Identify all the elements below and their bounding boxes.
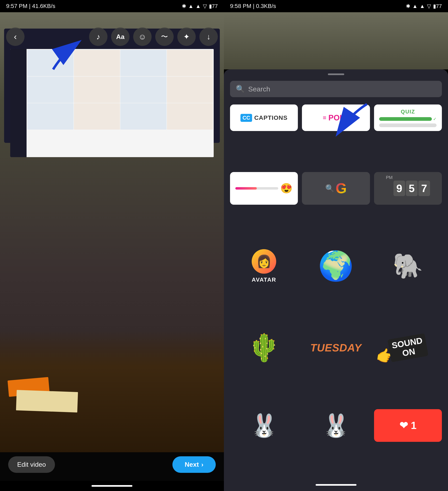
- screen-card: [27, 76, 74, 103]
- screen-card: [74, 76, 120, 103]
- screen-content: [10, 49, 214, 157]
- sticker-grid: CC CAPTIONS ≡ POLL QUIZ ✓: [230, 104, 442, 479]
- sparkle-button[interactable]: ✦: [177, 28, 196, 46]
- screen-card: [167, 50, 213, 76]
- time-right: 9:58 PM | 0.3KB/s: [230, 3, 276, 9]
- back-button[interactable]: ‹: [6, 28, 25, 46]
- sticker-icon: ☺: [138, 32, 146, 41]
- clock-digit-1: 9: [393, 181, 405, 196]
- screen-sidebar: [10, 49, 27, 157]
- top-toolbar: ‹ ♪ Aa ☺ 〜 ✦ ↓: [0, 27, 224, 47]
- download-icon: ↓: [207, 32, 211, 41]
- right-video-preview: [224, 12, 448, 69]
- avatar-emoji: 👩: [256, 254, 272, 269]
- bunny-purple-emoji: 🐰: [322, 412, 350, 439]
- music-button[interactable]: ♪: [89, 28, 107, 46]
- sticker-avatar[interactable]: 👩 AVATAR: [230, 246, 298, 286]
- sheet-handle[interactable]: [328, 74, 344, 75]
- desk-scene: [0, 12, 224, 452]
- monster-emoji: 🌵: [247, 332, 281, 363]
- clock-digit-2: 5: [406, 181, 418, 196]
- brush-button[interactable]: 〜: [155, 28, 174, 46]
- bluetooth-icon-r: ✱: [406, 3, 410, 9]
- screen-card: [120, 103, 166, 130]
- sticker-elephant[interactable]: 🐘: [374, 246, 442, 286]
- status-bar-left: 9:57 PM | 41.6KB/s ✱ ▲ ▲ ▽ ▮77: [0, 0, 224, 12]
- signal-icon-r2: ▲: [420, 3, 425, 9]
- left-panel: 9:57 PM | 41.6KB/s ✱ ▲ ▲ ▽ ▮77: [0, 0, 224, 491]
- desk-clutter: [0, 330, 224, 452]
- like-emoji: 😍: [280, 183, 292, 194]
- sticker-clock[interactable]: PM 9 5 7: [374, 172, 442, 205]
- clock-digit-3: 7: [418, 181, 430, 196]
- home-bar-right: [316, 484, 357, 486]
- bunny-blue-emoji: 🐰: [250, 412, 278, 439]
- text-button[interactable]: Aa: [111, 28, 129, 46]
- sticker-heart-count[interactable]: ❤ 1: [374, 409, 442, 442]
- toolbar-icons: ♪ Aa ☺ 〜 ✦ ↓: [89, 28, 218, 46]
- edit-video-button[interactable]: Edit video: [8, 456, 55, 473]
- sticker-monster[interactable]: 🌵: [230, 327, 298, 368]
- bluetooth-icon: ✱: [182, 3, 186, 9]
- sparkle-icon: ✦: [183, 32, 190, 41]
- brush-icon: 〜: [161, 32, 168, 41]
- signal-icon-r3: ▽: [427, 3, 431, 9]
- next-button[interactable]: Next ›: [172, 456, 216, 473]
- screen-main: [27, 49, 214, 157]
- screen-card: [167, 76, 213, 103]
- screen-card: [74, 103, 120, 130]
- sticker-google[interactable]: 🔍 G: [302, 172, 370, 205]
- cc-badge: CC: [240, 114, 252, 122]
- avatar-label: AVATAR: [252, 276, 276, 283]
- quiz-label: QUIZ: [401, 109, 415, 115]
- text-icon: Aa: [116, 33, 125, 41]
- sound-label: SOUND ON: [388, 333, 429, 362]
- signal-icon-r1: ▲: [412, 3, 418, 9]
- check-icon: ✓: [433, 116, 437, 122]
- screen-card: [27, 103, 74, 130]
- screen-card: [120, 50, 166, 76]
- poll-label: POLL: [329, 113, 349, 122]
- status-bar-right: 9:58 PM | 0.3KB/s ✱ ▲ ▲ ▽ ▮77: [224, 0, 448, 12]
- sticker-poll[interactable]: ≡ POLL: [302, 104, 370, 131]
- sticker-bunny-blue[interactable]: 🐰: [230, 409, 298, 442]
- sticker-sound-on[interactable]: 👉 SOUND ON: [374, 327, 442, 368]
- right-panel: 9:58 PM | 0.3KB/s ✱ ▲ ▲ ▽ ▮77 🔍 Search: [224, 0, 448, 491]
- screen-card: [74, 50, 120, 76]
- bottom-bar-left: Edit video Next ›: [0, 452, 224, 481]
- search-input[interactable]: Search: [248, 85, 270, 93]
- monitor-screen: [10, 49, 214, 157]
- sticker-earth[interactable]: 🌍: [302, 246, 370, 286]
- home-bar-left: [91, 485, 132, 487]
- status-icons-right: ✱ ▲ ▲ ▽ ▮77: [406, 3, 442, 9]
- signal-icon-2: ▲: [195, 3, 201, 9]
- sticker-sheet: 🔍 Search CC CAPTIONS ≡: [224, 69, 448, 479]
- tuesday-label: TUESDAY: [310, 342, 362, 354]
- screen-card: [120, 76, 166, 103]
- sticker-bunny-purple[interactable]: 🐰: [302, 409, 370, 442]
- clock-ampm: PM: [386, 175, 393, 180]
- sticker-tuesday[interactable]: TUESDAY: [302, 327, 370, 368]
- home-indicator-left: [0, 481, 224, 491]
- sticker-quiz[interactable]: QUIZ ✓: [374, 104, 442, 131]
- search-icon: 🔍: [236, 85, 245, 93]
- elephant-emoji: 🐘: [393, 252, 423, 280]
- quiz-bar-filled: [379, 117, 432, 121]
- quiz-bar-empty: [379, 123, 437, 127]
- sticker-like-slider[interactable]: 😍: [230, 172, 298, 205]
- screen-card: [27, 50, 74, 76]
- like-slider-fill: [235, 187, 257, 189]
- poll-icon: ≡: [323, 114, 326, 121]
- sticker-captions[interactable]: CC CAPTIONS: [230, 104, 298, 131]
- google-search-icon: 🔍: [325, 184, 334, 193]
- search-bar[interactable]: 🔍 Search: [230, 81, 442, 97]
- battery-icon: ▮77: [209, 3, 218, 9]
- like-slider-bar: [235, 187, 278, 189]
- sticker-button[interactable]: ☺: [133, 28, 152, 46]
- back-icon: ‹: [14, 32, 17, 42]
- download-button[interactable]: ↓: [199, 28, 218, 46]
- screen-card: [167, 103, 213, 130]
- time-left: 9:57 PM | 41.6KB/s: [6, 3, 55, 9]
- papers: [16, 390, 78, 412]
- signal-icon-1: ▲: [188, 3, 194, 9]
